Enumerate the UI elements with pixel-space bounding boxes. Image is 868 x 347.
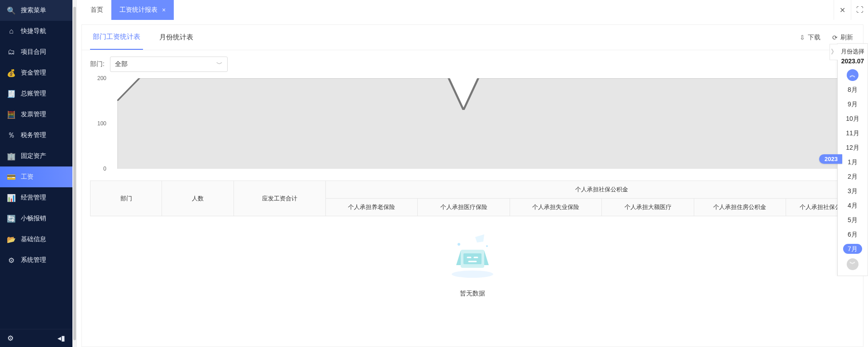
month-option[interactable]: 12月 xyxy=(838,141,868,155)
month-label: 4月 xyxy=(848,202,858,209)
chevron-down-icon: ﹀ xyxy=(216,60,223,68)
month-option[interactable]: 6月 xyxy=(838,228,868,242)
sidebar-item-label: 总账管理 xyxy=(21,90,46,98)
col-personal-medical: 个人承担医疗保险 xyxy=(418,199,510,216)
col-personal-housing: 个人承担住房公积金 xyxy=(694,199,786,216)
svg-marker-8 xyxy=(475,234,484,242)
sidebar-footer: ⚙ ◂▮ xyxy=(0,329,72,347)
month-scroll-down[interactable]: ︾ xyxy=(847,258,858,270)
month-option[interactable]: 3月 xyxy=(838,184,868,199)
tab-home[interactable]: 首页 xyxy=(82,0,111,20)
sync-icon: ⚙ xyxy=(7,256,15,264)
sidebar-item-label: 快捷导航 xyxy=(21,27,46,35)
area-chart-svg xyxy=(117,78,854,169)
month-option[interactable]: 9月 xyxy=(838,97,868,112)
content-tab-label: 月份统计表 xyxy=(159,33,193,42)
empty-state: 暂无数据 xyxy=(90,216,855,341)
sidebar-item-fund[interactable]: 💰 资金管理 xyxy=(0,62,72,83)
month-panel-year: 2023.07 xyxy=(838,56,868,67)
tool-label: 刷新 xyxy=(840,33,853,42)
ytick: 0 xyxy=(91,166,109,172)
month-label: 9月 xyxy=(848,100,858,108)
month-label: 3月 xyxy=(848,187,858,195)
content-tab-dept-stats[interactable]: 部门工资统计表 xyxy=(90,25,143,50)
chevron-up-double-icon: ︽ xyxy=(849,71,856,79)
download-icon: ⇩ xyxy=(800,34,805,41)
filter-label-dept: 部门: xyxy=(90,60,105,68)
month-label: 8月 xyxy=(848,86,858,93)
refresh-button[interactable]: ⟳ 刷新 xyxy=(832,33,853,42)
col-personal-unemploy: 个人承担失业保险 xyxy=(510,199,601,216)
sidebar-item-label: 固定资产 xyxy=(21,152,46,160)
building-icon: 🏢 xyxy=(7,152,15,160)
sidebar-item-system[interactable]: ⚙ 系统管理 xyxy=(0,250,72,271)
refresh-icon: ⟳ xyxy=(832,34,838,41)
col-payable: 应发工资合计 xyxy=(234,181,325,216)
col-dept: 部门 xyxy=(91,181,162,216)
svg-marker-0 xyxy=(117,78,854,169)
filter-bar: 部门: 全部 ﹀ xyxy=(82,50,863,78)
fullscreen-button[interactable]: ⛶ xyxy=(851,0,868,20)
settings-button[interactable]: ⚙ xyxy=(7,334,14,342)
sidebar-item-tax[interactable]: ％ 税务管理 xyxy=(0,125,72,146)
month-option[interactable]: 10月 xyxy=(838,112,868,126)
month-option[interactable]: 5月 xyxy=(838,213,868,228)
sidebar-item-reimburse[interactable]: 🔄 小畅报销 xyxy=(0,208,72,229)
chevron-right-icon: 》 xyxy=(831,48,837,56)
table-wrap[interactable]: 部门 人数 应发工资合计 个人承担社保公积金 公司承担 个人承担养老保险 个人承… xyxy=(90,181,855,345)
sidebar-item-label: 小畅报销 xyxy=(21,214,46,223)
ytick: 100 xyxy=(91,120,109,127)
svg-point-9 xyxy=(458,243,460,246)
main: 首页 工资统计报表 × ✕ ⛶ 部门工资统计表 月份统计表 xyxy=(77,0,868,347)
month-option-selected[interactable]: 7月 xyxy=(838,242,868,257)
tab-salary-report[interactable]: 工资统计报表 × xyxy=(111,0,174,20)
close-icon[interactable]: × xyxy=(162,6,166,14)
month-label: 5月 xyxy=(848,216,858,223)
sidebar-item-label: 搜索菜单 xyxy=(21,6,46,14)
dept-select[interactable]: 全部 ﹀ xyxy=(110,57,228,72)
chevron-down-double-icon: ︾ xyxy=(849,260,856,268)
col-group-personal-social: 个人承担社保公积金 xyxy=(325,181,855,199)
month-option[interactable]: 2月 xyxy=(838,170,868,184)
sidebar-item-ledger[interactable]: 🧾 总账管理 xyxy=(0,83,72,104)
sidebar-item-invoice[interactable]: 🧮 发票管理 xyxy=(0,104,72,125)
sidebar-item-project-contract[interactable]: 🗂 项目合同 xyxy=(0,42,72,62)
download-button[interactable]: ⇩ 下载 xyxy=(800,33,820,42)
month-label: 11月 xyxy=(846,129,859,137)
tab-label: 工资统计报表 xyxy=(119,6,157,14)
sidebar-item-basic[interactable]: 📂 基础信息 xyxy=(0,229,72,250)
collapse-sidebar-button[interactable]: ◂▮ xyxy=(57,334,65,342)
year-pill: 2023 xyxy=(819,154,842,164)
empty-text: 暂无数据 xyxy=(460,290,485,298)
month-option[interactable]: 8月 xyxy=(838,83,868,97)
col-personal-pension: 个人承担养老保险 xyxy=(325,199,417,216)
month-option[interactable]: 11月 xyxy=(838,126,868,141)
tab-label: 首页 xyxy=(91,6,103,14)
sidebar-item-label: 系统管理 xyxy=(21,256,46,264)
content-tab-month-stats[interactable]: 月份统计表 xyxy=(157,25,196,50)
archive-icon: 📂 xyxy=(7,235,15,243)
sidebar-item-quicknav[interactable]: ⌂ 快捷导航 xyxy=(0,21,72,42)
month-panel-title: 月份选择 xyxy=(838,44,868,56)
month-label: 1月 xyxy=(848,158,858,166)
cycle-icon: 🔄 xyxy=(7,214,15,223)
sidebar-item-label: 发票管理 xyxy=(21,110,46,119)
sidebar-item-label: 税务管理 xyxy=(21,131,46,139)
gear-icon: ⚙ xyxy=(7,334,14,342)
month-label: 2月 xyxy=(848,173,858,180)
svg-rect-4 xyxy=(463,253,482,264)
folder-icon: 🗂 xyxy=(7,48,15,56)
card-icon: 💳 xyxy=(7,173,15,181)
close-all-tabs-button[interactable]: ✕ xyxy=(834,0,851,20)
sidebar-scrollbar[interactable] xyxy=(72,0,77,347)
month-scroll-up[interactable]: ︽ xyxy=(847,69,858,81)
chart: 200 100 0 xyxy=(91,78,854,169)
sidebar-item-search-menu[interactable]: 🔍 搜索菜单 xyxy=(0,0,72,21)
sidebar: 🔍 搜索菜单 ⌂ 快捷导航 🗂 项目合同 💰 资金管理 🧾 总账管理 🧮 发票管… xyxy=(0,0,72,347)
sidebar-item-salary[interactable]: 💳 工资 xyxy=(0,166,72,187)
ledger-icon: 🧾 xyxy=(7,90,15,98)
month-panel-toggle[interactable]: 》 xyxy=(830,44,838,60)
sidebar-item-business[interactable]: 📊 经营管理 xyxy=(0,187,72,208)
sidebar-item-fixed-asset[interactable]: 🏢 固定资产 xyxy=(0,146,72,166)
month-option[interactable]: 4月 xyxy=(838,199,868,213)
